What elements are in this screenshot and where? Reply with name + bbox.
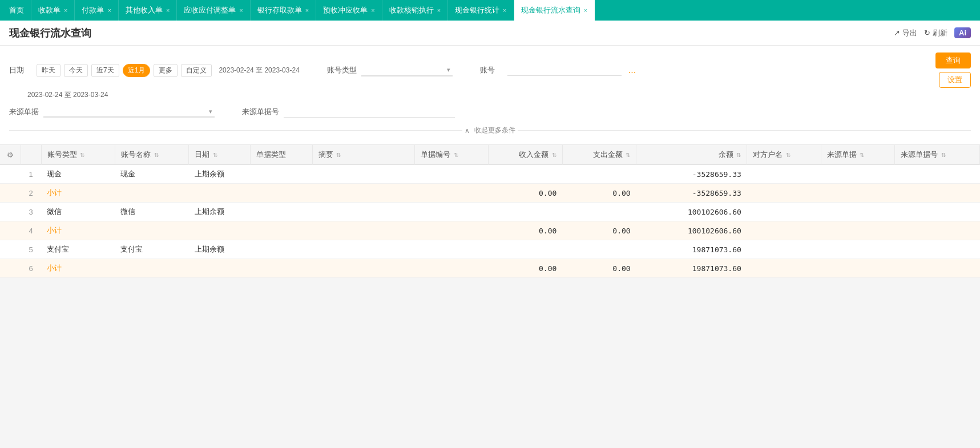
td-expense (562, 240, 636, 259)
nav-receipt[interactable]: 收款单 × (31, 0, 75, 21)
td-doc-type (250, 184, 312, 203)
td-balance: -3528659.33 (636, 184, 747, 203)
td-account-name (115, 259, 188, 278)
td-source-doc (821, 240, 894, 259)
query-button[interactable]: 查询 (935, 53, 971, 68)
th-doc-type: 单据类型 (250, 145, 312, 165)
td-gear (0, 259, 21, 278)
nav-bank-deposit[interactable]: 银行存取款单 × (251, 0, 316, 21)
account-type-label: 账号类型 (327, 65, 357, 75)
nav-prepay-offset[interactable]: 预收冲应收单 × (316, 0, 382, 21)
source-doc-num-input[interactable] (284, 106, 455, 118)
th-account-name[interactable]: 账号名称 ⇅ (115, 145, 188, 165)
td-date (189, 259, 251, 278)
td-date: 上期余额 (189, 240, 251, 259)
td-doc-no (415, 203, 489, 221)
collapse-button[interactable]: ∧ 收起更多条件 (9, 123, 971, 138)
sort-balance-icon: ⇅ (736, 152, 741, 158)
close-prepay-icon[interactable]: × (371, 7, 374, 14)
date-1month[interactable]: 近1月 (123, 64, 151, 77)
th-income[interactable]: 收入金额 ⇅ (489, 145, 562, 165)
export-button[interactable]: ↗ 导出 (894, 28, 917, 38)
td-counterparty (747, 221, 821, 240)
refresh-icon: ↻ (924, 29, 930, 37)
account-input[interactable] (507, 64, 622, 76)
td-doc-no (415, 165, 489, 184)
date-more[interactable]: 更多 (154, 64, 178, 77)
refresh-button[interactable]: ↻ 刷新 (924, 28, 947, 38)
nav-payment[interactable]: 付款单 × (75, 0, 118, 21)
td-summary (312, 259, 414, 278)
td-gear (0, 184, 21, 203)
td-income (489, 203, 562, 221)
td-num: 1 (21, 165, 41, 184)
th-source-doc-no[interactable]: 来源单据号 ⇅ (895, 145, 980, 165)
td-account-type: 支付宝 (41, 240, 115, 259)
account-ellipsis-button[interactable]: ... (628, 65, 636, 75)
td-doc-type (250, 165, 312, 184)
nav-cash-bank-flow[interactable]: 现金银行流水查询 × (514, 0, 595, 21)
settings-button[interactable]: 设置 (939, 72, 971, 88)
close-payment-icon[interactable]: × (107, 7, 111, 14)
td-date (189, 184, 251, 203)
close-flow-icon[interactable]: × (584, 7, 587, 14)
date-filter-group: 日期 昨天 今天 近7天 近1月 更多 自定义 2023-02-24 至 202… (9, 64, 300, 77)
top-nav: 首页 收款单 × 付款单 × 其他收入单 × 应收应付调整单 × 银行存取款单 … (0, 0, 980, 21)
td-num: 3 (21, 203, 41, 221)
table-container: ⚙ 账号类型 ⇅ 账号名称 ⇅ 日期 ⇅ 单据类型 (0, 145, 980, 278)
td-account-type: 小计 (41, 184, 115, 203)
td-account-name (115, 221, 188, 240)
td-counterparty (747, 184, 821, 203)
th-doc-no[interactable]: 单据编号 ⇅ (415, 145, 489, 165)
sort-summary-icon: ⇅ (336, 152, 341, 158)
nav-collection-exec[interactable]: 收款核销执行 × (382, 0, 448, 21)
date-custom[interactable]: 自定义 (181, 64, 212, 77)
table-row: 6 小计 0.00 0.00 19871073.60 (0, 259, 980, 278)
date-range-sub: 2023-02-24 至 2023-03-24 (27, 90, 108, 100)
close-ar-ap-icon[interactable]: × (239, 7, 243, 14)
gear-icon[interactable]: ⚙ (7, 151, 14, 159)
close-other-income-icon[interactable]: × (166, 7, 170, 14)
td-expense: 0.00 (562, 184, 636, 203)
th-gear[interactable]: ⚙ (0, 145, 21, 165)
td-account-type: 现金 (41, 165, 115, 184)
th-balance[interactable]: 余额 ⇅ (636, 145, 747, 165)
date-today[interactable]: 今天 (64, 64, 88, 77)
nav-other-income[interactable]: 其他收入单 × (119, 0, 177, 21)
th-date[interactable]: 日期 ⇅ (189, 145, 251, 165)
td-doc-no (415, 259, 489, 278)
th-counterparty[interactable]: 对方户名 ⇅ (747, 145, 821, 165)
sort-source-doc-icon: ⇅ (860, 152, 864, 158)
th-expense[interactable]: 支出金额 ⇅ (562, 145, 636, 165)
nav-ar-ap-adjust[interactable]: 应收应付调整单 × (177, 0, 250, 21)
close-stats-icon[interactable]: × (503, 7, 506, 14)
nav-cash-bank-stats[interactable]: 现金银行统计 × (448, 0, 514, 21)
close-collection-icon[interactable]: × (437, 7, 441, 14)
source-doc-select[interactable] (43, 106, 215, 117)
td-date: 上期余额 (189, 203, 251, 221)
table-row: 1 现金 现金 上期余额 -3528659.33 (0, 165, 980, 184)
td-gear (0, 165, 21, 184)
td-source-doc (821, 203, 894, 221)
td-account-name: 现金 (115, 165, 188, 184)
td-date (189, 221, 251, 240)
table-row: 2 小计 0.00 0.00 -3528659.33 (0, 184, 980, 203)
td-date: 上期余额 (189, 165, 251, 184)
subtotal-label: 小计 (47, 264, 62, 272)
nav-home[interactable]: 首页 (2, 0, 31, 21)
th-account-type[interactable]: 账号类型 ⇅ (41, 145, 115, 165)
date-range-display: 2023-02-24 至 2023-03-24 (219, 66, 299, 75)
date-7days[interactable]: 近7天 (91, 64, 119, 77)
td-income: 0.00 (489, 221, 562, 240)
close-bank-deposit-icon[interactable]: × (305, 7, 309, 14)
ai-badge[interactable]: Ai (954, 27, 971, 38)
td-expense: 0.00 (562, 221, 636, 240)
account-type-cell: 微信 (47, 207, 62, 216)
table-row: 4 小计 0.00 0.00 100102606.60 (0, 221, 980, 240)
date-yesterday[interactable]: 昨天 (37, 64, 61, 77)
close-receipt-icon[interactable]: × (64, 7, 67, 14)
th-summary[interactable]: 摘要 ⇅ (312, 145, 414, 165)
account-type-select[interactable] (361, 64, 453, 76)
td-balance: 19871073.60 (636, 259, 747, 278)
th-source-doc[interactable]: 来源单据 ⇅ (821, 145, 894, 165)
